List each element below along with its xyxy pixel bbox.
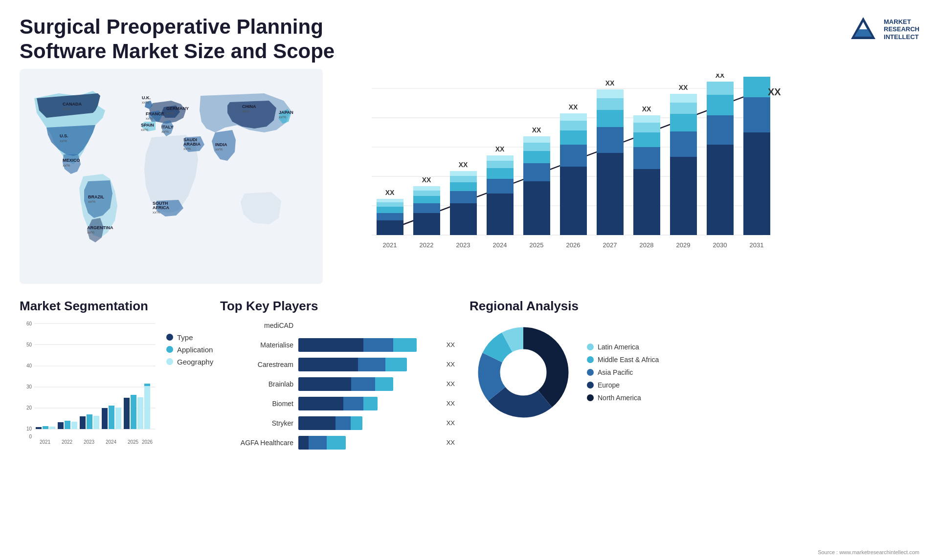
color-latin-america xyxy=(587,344,594,350)
svg-text:JAPAN: JAPAN xyxy=(279,110,293,115)
svg-text:2024: 2024 xyxy=(106,439,117,445)
player-bar-biomet xyxy=(298,397,438,410)
svg-rect-101 xyxy=(670,131,697,157)
svg-text:U.S.: U.S. xyxy=(60,133,68,138)
svg-text:xx%: xx% xyxy=(183,147,191,151)
svg-text:2025: 2025 xyxy=(128,439,139,445)
svg-rect-61 xyxy=(450,176,477,182)
svg-text:2023: 2023 xyxy=(84,439,95,445)
player-row-carestream: Carestream XX xyxy=(220,358,455,371)
legend-latin-america: Latin America xyxy=(587,343,659,351)
segmentation-section: Market Segmentation 60 50 40 30 xyxy=(20,299,205,489)
svg-rect-53 xyxy=(413,196,440,203)
legend-north-america: North America xyxy=(587,394,659,402)
svg-text:2021: 2021 xyxy=(40,439,51,445)
svg-rect-80 xyxy=(560,145,587,167)
svg-rect-88 xyxy=(597,110,624,127)
svg-rect-68 xyxy=(487,161,514,168)
player-bar-materialise xyxy=(298,338,438,352)
svg-text:2028: 2028 xyxy=(640,241,654,249)
svg-text:CHINA: CHINA xyxy=(242,104,256,109)
svg-text:20: 20 xyxy=(26,405,32,410)
svg-rect-94 xyxy=(633,147,660,169)
svg-rect-131 xyxy=(36,427,42,429)
svg-text:2026: 2026 xyxy=(142,439,153,445)
svg-text:2025: 2025 xyxy=(530,241,544,249)
player-name-medicad: mediCAD xyxy=(220,322,293,329)
bottom-section: Market Segmentation 60 50 40 30 xyxy=(0,289,939,494)
player-name-agfa: AGFA Healthcare xyxy=(220,439,293,447)
svg-rect-104 xyxy=(670,94,697,103)
legend-asia-pacific: Asia Pacific xyxy=(587,368,659,376)
svg-rect-60 xyxy=(450,182,477,191)
svg-rect-76 xyxy=(523,136,550,143)
regional-title: Regional Analysis xyxy=(470,299,919,314)
svg-text:AFRICA: AFRICA xyxy=(153,205,169,210)
svg-rect-46 xyxy=(377,207,403,213)
svg-rect-114 xyxy=(743,97,770,132)
legend-dot-application xyxy=(166,346,173,353)
svg-rect-135 xyxy=(58,422,64,429)
player-name-stryker: Stryker xyxy=(220,419,293,427)
color-middle-east-africa xyxy=(587,356,594,363)
svg-rect-47 xyxy=(377,202,403,207)
svg-text:10: 10 xyxy=(26,426,32,431)
svg-text:INDIA: INDIA xyxy=(215,142,227,147)
svg-rect-83 xyxy=(560,113,587,121)
svg-rect-96 xyxy=(633,123,660,132)
source-text: Source : www.marketresearchintellect.com xyxy=(818,549,919,555)
svg-text:BRAZIL: BRAZIL xyxy=(88,194,104,199)
svg-text:2024: 2024 xyxy=(493,241,507,249)
svg-rect-66 xyxy=(487,179,514,194)
player-value-brainlab: XX xyxy=(447,380,455,388)
svg-text:SPAIN: SPAIN xyxy=(141,123,154,128)
map-section: CANADA xx% U.S. xx% MEXICO xx% BRAZIL xx… xyxy=(20,69,323,289)
svg-rect-110 xyxy=(707,82,734,95)
svg-rect-55 xyxy=(413,186,440,191)
svg-rect-81 xyxy=(560,130,587,145)
svg-rect-139 xyxy=(80,416,86,429)
player-name-carestream: Carestream xyxy=(220,361,293,368)
player-bar-carestream xyxy=(298,358,438,371)
svg-text:0: 0 xyxy=(29,434,32,439)
player-row-stryker: Stryker XX xyxy=(220,416,455,430)
color-asia-pacific xyxy=(587,369,594,376)
svg-rect-87 xyxy=(597,127,624,153)
svg-rect-73 xyxy=(523,163,550,181)
svg-rect-82 xyxy=(560,121,587,130)
player-value-agfa: XX xyxy=(447,439,455,446)
bar-chart: XX 2021 XX 2022 XX 2023 XX 20 xyxy=(342,74,782,279)
svg-text:xx%: xx% xyxy=(166,111,174,115)
svg-rect-153 xyxy=(144,386,150,429)
svg-rect-69 xyxy=(487,155,514,161)
main-content: CANADA xx% U.S. xx% MEXICO xx% BRAZIL xx… xyxy=(0,69,939,289)
legend-item-geography: Geography xyxy=(166,358,213,366)
svg-rect-136 xyxy=(65,421,70,429)
svg-rect-58 xyxy=(450,203,477,235)
svg-text:xx%: xx% xyxy=(63,163,70,168)
svg-point-160 xyxy=(503,352,544,393)
svg-rect-93 xyxy=(633,169,660,235)
legend-item-type: Type xyxy=(166,333,213,342)
segmentation-chart: 60 50 40 30 20 10 0 2021 2022 xyxy=(20,319,156,446)
svg-rect-140 xyxy=(87,414,92,429)
legend-middle-east-africa: Middle East & Africa xyxy=(587,356,659,364)
svg-rect-103 xyxy=(670,103,697,114)
svg-rect-145 xyxy=(115,408,121,429)
svg-text:xx%: xx% xyxy=(60,139,67,143)
svg-text:XX: XX xyxy=(495,145,505,153)
svg-rect-113 xyxy=(743,132,770,235)
svg-text:ARGENTINA: ARGENTINA xyxy=(87,225,113,230)
svg-text:xx%: xx% xyxy=(242,109,249,113)
header: Surgical Preoperative Planning Software … xyxy=(0,0,939,69)
logo-icon xyxy=(849,15,878,44)
logo-text: MARKET RESEARCH INTELLECT xyxy=(884,18,919,41)
chart-section: XX 2021 XX 2022 XX 2023 XX 20 xyxy=(333,69,919,289)
svg-text:ITALY: ITALY xyxy=(161,125,174,129)
svg-text:xx%: xx% xyxy=(153,210,160,215)
player-name-biomet: Biomet xyxy=(220,400,293,408)
svg-rect-75 xyxy=(523,143,550,151)
svg-text:2026: 2026 xyxy=(566,241,581,249)
player-bar-agfa xyxy=(298,436,438,450)
svg-text:CANADA: CANADA xyxy=(63,102,82,107)
